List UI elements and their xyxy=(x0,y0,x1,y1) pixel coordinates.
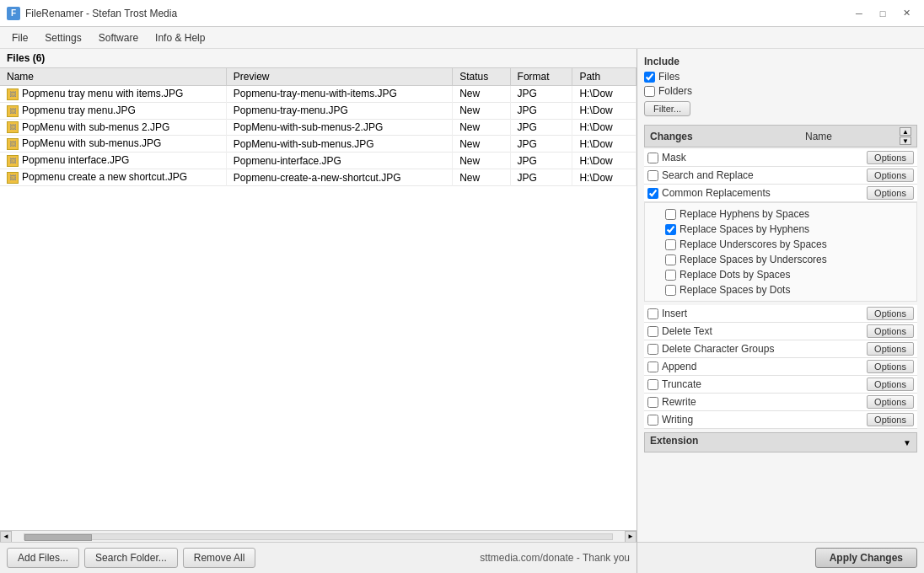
search-replace-checkbox[interactable] xyxy=(647,170,658,181)
replace-spaces-by-dots-checkbox[interactable] xyxy=(665,285,676,296)
include-section: Include Files Folders Filter... xyxy=(644,56,917,116)
scroll-up-btn[interactable]: ▲ xyxy=(900,127,911,136)
common-replacements-label: Common Replacements xyxy=(662,187,771,199)
mask-checkbox[interactable] xyxy=(647,153,658,163)
insert-options-button[interactable]: Options xyxy=(867,307,914,320)
changes-header-bar: Changes Name ▲ ▼ xyxy=(644,125,917,147)
extension-dropdown-arrow[interactable]: ▼ xyxy=(903,438,911,447)
cell-status: New xyxy=(453,102,510,119)
insert-label: Insert xyxy=(662,308,687,319)
menu-file[interactable]: File xyxy=(3,30,36,46)
files-label[interactable]: Files xyxy=(658,71,680,83)
apply-changes-button[interactable]: Apply Changes xyxy=(815,548,917,568)
col-preview[interactable]: Preview xyxy=(226,68,452,86)
replace-dots-spaces-row: Replace Dots by Spaces xyxy=(665,267,910,282)
table-row[interactable]: 🖼PopMenu with sub-menus 2.JPG PopMenu-wi… xyxy=(0,119,637,136)
scroll-right-btn[interactable]: ► xyxy=(625,531,637,543)
mask-options-button[interactable]: Options xyxy=(867,151,914,164)
replace-hyphens-row: Replace Hyphens by Spaces xyxy=(665,206,910,222)
add-files-button[interactable]: Add Files... xyxy=(7,548,79,568)
cell-name: 🖼Popmenu tray menu with items.JPG xyxy=(0,86,226,103)
search-folder-button[interactable]: Search Folder... xyxy=(84,548,178,568)
table-row[interactable]: 🖼PopMenu with sub-menus.JPG PopMenu-with… xyxy=(0,136,637,153)
cell-status: New xyxy=(453,86,510,103)
replace-spaces-by-hyphens-checkbox[interactable] xyxy=(665,224,676,235)
col-format[interactable]: Format xyxy=(510,68,572,86)
rewrite-checkbox[interactable] xyxy=(647,397,658,408)
horizontal-scrollbar[interactable]: ◄ ► xyxy=(0,530,637,542)
truncate-options-button[interactable]: Options xyxy=(867,378,914,391)
bottom-bar: Add Files... Search Folder... Remove All… xyxy=(0,542,637,573)
insert-checkbox[interactable] xyxy=(647,308,658,319)
cell-preview: Popmenu-interface.JPG xyxy=(226,153,452,169)
scroll-thumb[interactable] xyxy=(24,534,92,541)
file-icon: 🖼 xyxy=(7,155,19,167)
maximize-button[interactable]: □ xyxy=(872,5,894,22)
left-panel: Files (6) Name Preview Status Format Pat… xyxy=(0,49,637,573)
status-text: sttmedia.com/donate - Thank you xyxy=(480,552,630,564)
search-replace-row: Search and Replace Options xyxy=(644,167,917,185)
cell-format: JPG xyxy=(510,102,572,119)
close-button[interactable]: ✕ xyxy=(895,5,917,22)
menu-info-help[interactable]: Info & Help xyxy=(147,30,213,46)
col-name[interactable]: Name xyxy=(0,68,226,86)
scroll-track[interactable] xyxy=(24,533,613,540)
truncate-checkbox[interactable] xyxy=(647,379,658,390)
table-row[interactable]: 🖼Popmenu interface.JPG Popmenu-interface… xyxy=(0,153,637,169)
cell-name: 🖼PopMenu with sub-menus 2.JPG xyxy=(0,119,226,136)
table-row[interactable]: 🖼Popmenu create a new shortcut.JPG Popme… xyxy=(0,169,637,186)
writing-options-button[interactable]: Options xyxy=(867,413,914,426)
deleteCharGroups-checkbox[interactable] xyxy=(647,344,658,355)
folders-checkbox[interactable] xyxy=(644,86,655,97)
append-checkbox[interactable] xyxy=(647,361,658,372)
replace-spaces-by-hyphens-label: Replace Spaces by Hyphens xyxy=(680,223,809,235)
menu-software[interactable]: Software xyxy=(90,30,147,46)
col-status[interactable]: Status xyxy=(453,68,510,86)
common-replacements-checkbox[interactable] xyxy=(647,188,658,199)
remove-all-button[interactable]: Remove All xyxy=(183,548,256,568)
col-path[interactable]: Path xyxy=(572,68,637,86)
lower-rows: Insert Options Delete Text Options Delet… xyxy=(644,305,917,429)
cell-name: 🖼Popmenu interface.JPG xyxy=(0,153,226,169)
folders-label[interactable]: Folders xyxy=(658,85,692,97)
replace-underscores-checkbox[interactable] xyxy=(665,239,676,250)
extension-title: Extension xyxy=(650,435,698,447)
file-icon: 🖼 xyxy=(7,105,19,117)
deleteText-checkbox[interactable] xyxy=(647,326,658,337)
replace-spaces-underscores-row: Replace Spaces by Underscores xyxy=(665,252,910,267)
cell-format: JPG xyxy=(510,169,572,186)
cell-name: 🖼Popmenu create a new shortcut.JPG xyxy=(0,169,226,186)
app-icon: F xyxy=(7,7,20,20)
cell-path: H:\Dow xyxy=(572,169,637,186)
common-replacements-options-button[interactable]: Options xyxy=(867,186,914,200)
cell-preview: PopMenu-with-sub-menus.JPG xyxy=(226,136,452,153)
cell-name: 🖼Popmenu tray menu.JPG xyxy=(0,102,226,119)
replace-hyphens-checkbox[interactable] xyxy=(665,209,676,220)
right-panel-inner: Include Files Folders Filter... Changes … xyxy=(637,49,924,542)
search-replace-options-button[interactable]: Options xyxy=(867,169,914,182)
scroll-down-btn[interactable]: ▼ xyxy=(900,137,911,145)
replace-underscores-row: Replace Underscores by Spaces xyxy=(665,237,910,252)
minimize-button[interactable]: ─ xyxy=(848,5,870,22)
table-row[interactable]: 🖼Popmenu tray menu with items.JPG Popmen… xyxy=(0,86,637,103)
files-checkbox[interactable] xyxy=(644,72,655,83)
menu-settings[interactable]: Settings xyxy=(36,30,89,46)
filter-button[interactable]: Filter... xyxy=(644,101,690,116)
writing-row: Writing Options xyxy=(644,411,917,429)
cell-format: JPG xyxy=(510,119,572,136)
deleteCharGroups-options-button[interactable]: Options xyxy=(867,342,914,356)
extension-header: Extension ▼ xyxy=(644,432,917,453)
search-replace-label: Search and Replace xyxy=(662,169,754,181)
replace-spaces-by-underscores-checkbox[interactable] xyxy=(665,254,676,265)
deleteText-options-button[interactable]: Options xyxy=(867,324,914,338)
table-row[interactable]: 🖼Popmenu tray menu.JPG Popmenu-tray-menu… xyxy=(0,102,637,119)
insert-row: Insert Options xyxy=(644,305,917,323)
rewrite-options-button[interactable]: Options xyxy=(867,395,914,409)
files-checkbox-row: Files xyxy=(644,71,917,83)
scroll-left-btn[interactable]: ◄ xyxy=(0,531,12,543)
title-bar-left: F FileRenamer - Stefan Trost Media xyxy=(7,7,177,20)
replace-dots-by-spaces-checkbox[interactable] xyxy=(665,270,676,281)
writing-checkbox[interactable] xyxy=(647,415,658,426)
append-options-button[interactable]: Options xyxy=(867,360,914,373)
file-table-container[interactable]: Name Preview Status Format Path 🖼Popmenu… xyxy=(0,68,637,530)
